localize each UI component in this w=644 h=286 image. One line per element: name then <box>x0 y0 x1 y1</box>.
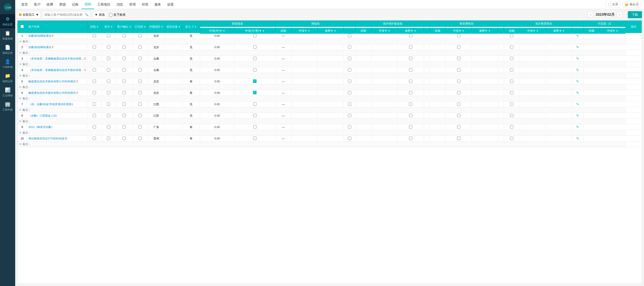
row-client-name[interactable]: 2013（陶美芳勿删） <box>27 124 87 130</box>
filter-button[interactable]: ▼ 筛选 <box>92 11 107 18</box>
row-caibao-year[interactable] <box>235 90 276 96</box>
row-queren[interactable] <box>116 136 133 141</box>
row-queren[interactable] <box>116 33 133 39</box>
row-caibao-year[interactable] <box>235 136 276 141</box>
wanshui-checkbox[interactable] <box>139 68 142 72</box>
wanshui-checkbox[interactable] <box>139 34 142 37</box>
qingka-checkbox[interactable] <box>107 91 110 94</box>
row-edit[interactable]: ✎ <box>572 90 583 96</box>
queren-checkbox[interactable] <box>123 114 126 117</box>
row-chaoshui[interactable] <box>87 79 102 84</box>
nav-settings[interactable]: 设置 <box>164 0 177 9</box>
prev-month-btn[interactable]: ‹ <box>588 12 594 18</box>
row-edit[interactable]: ✎ <box>572 136 583 141</box>
row-client-name[interactable]: 测试斯春的凭证打印的时候是否 <box>27 136 87 141</box>
row-client-name[interactable]: 勿删!新锐网络通信 ℹ <box>27 33 87 39</box>
chaoshui-checkbox[interactable] <box>93 114 96 117</box>
row-chaoshui[interactable] <box>87 67 102 73</box>
download-button[interactable]: 下载 <box>628 11 642 18</box>
th-zzs-shenbao[interactable]: 申报▼ <box>291 28 317 34</box>
mingxia-checkbox-label[interactable]: 名下标表 <box>109 13 126 17</box>
chaoshui-checkbox[interactable] <box>93 34 96 37</box>
tax-col-checkbox[interactable] <box>348 68 351 72</box>
nav-operation[interactable]: 经营 <box>139 0 151 9</box>
qingka-checkbox[interactable] <box>107 57 110 60</box>
tax-col-checkbox[interactable] <box>409 57 412 60</box>
th-taxctrl[interactable]: 税控设备 <box>165 21 182 33</box>
row-chaoshui[interactable] <box>87 90 102 96</box>
th-qingka[interactable]: 清卡 <box>102 21 116 33</box>
row-edit[interactable]: ✎ <box>572 101 583 107</box>
queren-checkbox[interactable] <box>123 34 126 37</box>
nav-customer[interactable]: 客户 <box>31 0 44 9</box>
tax-col-checkbox[interactable] <box>457 125 460 129</box>
edit-icon[interactable]: ✎ <box>576 45 579 49</box>
th-caibao-year[interactable]: 申报(年)▼ <box>200 28 234 34</box>
queren-checkbox[interactable] <box>123 80 126 83</box>
row-chaoshui[interactable] <box>87 113 102 119</box>
edit-icon[interactable]: ✎ <box>576 57 579 61</box>
nav-fee[interactable]: 收费 <box>44 0 56 9</box>
th-jy-shenbao[interactable]: 申报▼ <box>446 28 472 34</box>
row-queren[interactable] <box>116 44 133 50</box>
chaoshui-checkbox[interactable] <box>93 45 96 49</box>
tax-col-checkbox[interactable] <box>510 91 513 94</box>
employee-select[interactable]: 全部员工 ▼ <box>17 11 41 18</box>
chaoshui-checkbox[interactable] <box>93 57 96 60</box>
wanshui-checkbox[interactable] <box>139 137 142 140</box>
th-num[interactable] <box>18 21 27 33</box>
queren-checkbox[interactable] <box>123 125 126 129</box>
qingka-checkbox[interactable] <box>107 102 110 106</box>
search-input[interactable] <box>44 13 85 16</box>
search-icon[interactable]: 🔍 <box>85 13 89 16</box>
row-chaoshui[interactable] <box>87 44 102 50</box>
tax-col-checkbox[interactable] <box>348 34 351 37</box>
row-client-name[interactable]: 畅捷通信息技术股份有限公司民珠测试 ℹ <box>27 79 87 84</box>
nav-commerce[interactable]: 工商项目 <box>94 0 113 9</box>
wanshui-checkbox[interactable] <box>139 45 142 49</box>
tax-col-checkbox[interactable] <box>409 102 412 106</box>
row-wanshui[interactable] <box>133 124 147 130</box>
row-chaoshui[interactable] <box>87 124 102 130</box>
th-caibao-month[interactable]: 申报(月/季)▼ <box>235 28 276 34</box>
row-qingka[interactable] <box>102 136 116 141</box>
caibao-year-checkbox[interactable] <box>253 102 257 106</box>
edit-icon[interactable]: ✎ <box>576 136 579 140</box>
row-edit[interactable]: ✎ <box>572 79 583 84</box>
qingka-checkbox[interactable] <box>107 125 110 129</box>
th-cs-shenbao[interactable]: 申报▼ <box>372 28 398 34</box>
tax-col-checkbox[interactable] <box>409 68 412 72</box>
caibao-year-checkbox[interactable] <box>253 137 257 140</box>
main-table-container[interactable]: 客户名称 抄税 清卡 客户确认 已完税 所属地区 税控设备 收入 C 财报报表 … <box>17 20 642 284</box>
row-client-name[interactable]: 畅捷通信息技术股份有限公司民珠测试 ℹ <box>27 90 87 96</box>
tax-col-checkbox[interactable] <box>457 114 460 117</box>
row-wanshui[interactable] <box>133 113 147 119</box>
row-qingka[interactable] <box>102 90 116 96</box>
row-queren[interactable] <box>116 90 133 96</box>
caibao-year-checkbox[interactable] <box>253 114 257 117</box>
queren-checkbox[interactable] <box>123 137 126 140</box>
chaoshui-checkbox[interactable] <box>93 102 96 106</box>
tax-col-checkbox[interactable] <box>409 80 412 83</box>
row-wanshui[interactable] <box>133 56 147 62</box>
tax-col-checkbox[interactable] <box>409 34 412 37</box>
row-caibao-year[interactable] <box>235 44 276 50</box>
tax-col-checkbox[interactable] <box>409 91 412 94</box>
wanshui-checkbox[interactable] <box>139 125 142 129</box>
tax-col-checkbox[interactable] <box>510 45 513 49</box>
nav-tax[interactable]: 报税 <box>82 0 94 9</box>
row-wanshui[interactable] <box>133 90 147 96</box>
row-edit[interactable]: ✎ <box>572 56 583 62</box>
edit-icon[interactable]: ✎ <box>576 114 579 118</box>
sidebar-item-baoshuijilu[interactable]: 📄 报税记录 <box>0 43 15 57</box>
th-wanshui[interactable]: 已完税 <box>133 21 147 33</box>
chaoshui-checkbox[interactable] <box>93 80 96 83</box>
wanshui-checkbox[interactable] <box>139 114 142 117</box>
edit-icon[interactable]: ✎ <box>576 68 579 72</box>
th-yh-shenbao[interactable]: 申报▼ <box>599 28 626 34</box>
nav-home[interactable]: 首页 <box>18 0 31 9</box>
row-client-name[interactable]: （原）误删!勿改!李艳芽测试听赛新1 <box>27 101 87 107</box>
teal-checked-icon[interactable] <box>253 79 257 83</box>
mingxia-checkbox[interactable] <box>109 13 112 16</box>
row-wanshui[interactable] <box>133 44 147 50</box>
